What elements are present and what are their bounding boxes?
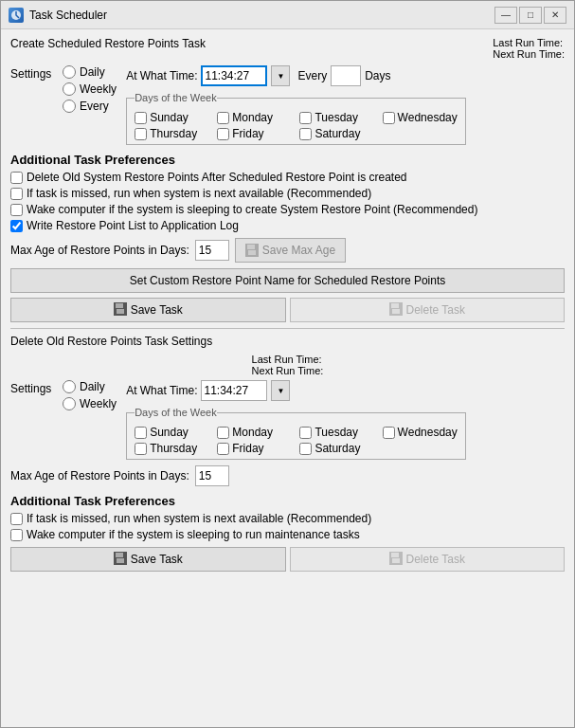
pref2-2-text: Wake computer if the system is sleeping … (27, 528, 360, 541)
day-tuesday-cb-1[interactable] (299, 112, 312, 124)
day-wednesday-cb-2[interactable] (383, 427, 395, 439)
pref1-1-cb[interactable] (10, 172, 23, 184)
radio-every-1: Every (63, 100, 117, 113)
pref3-1: Wake computer if the system is sleeping … (10, 203, 565, 216)
radio-daily-label-1: Daily (80, 65, 105, 79)
every-input-1[interactable] (331, 65, 361, 86)
section1-header: Create Scheduled Restore Points Task (10, 37, 206, 50)
radio-daily-label-2: Daily (80, 380, 105, 393)
days-legend-2: Days of the Week (135, 407, 217, 418)
settings-label-1: Settings (10, 67, 63, 81)
day-monday-1: Monday (217, 111, 292, 124)
day-wednesday-cb-1[interactable] (383, 112, 395, 124)
radio-daily-input-1[interactable] (63, 65, 76, 79)
app-icon (9, 8, 24, 23)
additional-prefs-2: Additional Task Preferences If task is m… (10, 494, 565, 541)
max-age-row-2: Max Age of Restore Points in Days: (10, 465, 565, 486)
time-input-1[interactable]: 11:34:27 (201, 65, 267, 86)
save-delete-row-2: Save Task Delete Task (10, 547, 565, 572)
day-friday-cb-2[interactable] (217, 443, 229, 455)
radio-daily-2: Daily (63, 380, 117, 393)
day-friday-2: Friday (217, 442, 292, 455)
floppy-disabled-icon-del-1 (389, 302, 403, 318)
close-button[interactable]: ✕ (544, 7, 566, 24)
at-what-time-label-2: At What Time: (126, 384, 197, 397)
pref2-1-text: If task is missed, run when system is ne… (27, 187, 371, 200)
pref1-2-cb[interactable] (10, 513, 23, 525)
custom-restore-btn[interactable]: Set Custom Restore Point Name for Schedu… (10, 268, 565, 293)
save-delete-row-1: Save Task Delete Task (10, 298, 565, 322)
delete-task-btn-1: Delete Task (290, 298, 566, 322)
radio-daily-input-2[interactable] (63, 380, 76, 393)
svg-rect-2 (247, 245, 255, 249)
day-sunday-1: Sunday (135, 111, 209, 124)
window-controls: — □ ✕ (494, 7, 566, 24)
save-max-age-btn-1[interactable]: Save Max Age (235, 238, 346, 263)
additional-prefs-header-2: Additional Task Preferences (10, 494, 565, 508)
maximize-button[interactable]: □ (519, 7, 542, 24)
pref3-1-text: Wake computer if the system is sleeping … (27, 203, 477, 216)
radio-weekly-label-1: Weekly (80, 82, 117, 96)
days-label-1: Days (365, 69, 390, 82)
day-tuesday-cb-2[interactable] (299, 427, 312, 439)
radio-weekly-label-2: Weekly (80, 397, 117, 410)
minimize-button[interactable]: — (494, 7, 517, 24)
svg-rect-9 (392, 309, 400, 314)
day-saturday-cb-1[interactable] (299, 128, 312, 140)
run-times-1: Last Run Time: Next Run Time: (493, 37, 565, 60)
pref4-1-cb[interactable] (10, 220, 23, 232)
svg-rect-12 (117, 558, 124, 563)
day-monday-cb-2[interactable] (217, 427, 229, 439)
floppy-disabled-icon-1 (245, 244, 259, 257)
additional-prefs-header-1: Additional Task Preferences (10, 153, 565, 167)
time-config-1: At What Time: 11:34:27 ▼ Every Days Days… (126, 65, 466, 145)
day-saturday-cb-2[interactable] (299, 443, 312, 455)
day-sunday-cb-2[interactable] (135, 427, 147, 439)
main-window: Task Scheduler — □ ✕ Create Scheduled Re… (0, 0, 575, 728)
pref2-2-cb[interactable] (10, 529, 23, 541)
max-age-input-1[interactable] (195, 240, 229, 261)
radio-weekly-input-2[interactable] (63, 397, 76, 410)
run-times-2: Last Run Time: Next Run Time: (10, 354, 565, 376)
days-grid-1: Sunday Monday Tuesday Wednesday (135, 111, 458, 140)
radio-weekly-input-1[interactable] (63, 82, 76, 96)
day-thursday-cb-2[interactable] (135, 443, 147, 455)
max-age-label-2: Max Age of Restore Points in Days: (10, 469, 189, 482)
day-friday-cb-1[interactable] (217, 128, 229, 140)
svg-rect-14 (391, 553, 399, 557)
save-task-btn-1[interactable]: Save Task (10, 298, 286, 322)
day-sunday-cb-1[interactable] (135, 112, 147, 124)
radio-daily-1: Daily (63, 65, 117, 79)
pref1-1-text: Delete Old System Restore Points After S… (27, 171, 407, 184)
day-wednesday-1: Wednesday (383, 111, 458, 124)
pref3-1-cb[interactable] (10, 204, 23, 216)
pref2-1-cb[interactable] (10, 188, 23, 200)
day-thursday-1: Thursday (135, 127, 209, 140)
pref4-1: Write Restore Point List to Application … (10, 219, 565, 232)
time-dropdown-btn-2[interactable]: ▼ (271, 380, 290, 401)
radio-every-label-1: Every (80, 100, 109, 113)
pref1-2-text: If task is missed, run when system is ne… (27, 512, 371, 525)
radio-every-input-1[interactable] (63, 100, 76, 113)
last-run-label-2: Last Run Time: (252, 354, 324, 365)
at-what-time-row-1: At What Time: 11:34:27 ▼ Every Days (126, 65, 466, 86)
day-wednesday-2: Wednesday (383, 426, 458, 439)
at-what-time-label-1: At What Time: (126, 69, 197, 82)
day-thursday-2: Thursday (135, 442, 209, 455)
save-task-btn-2[interactable]: Save Task (10, 547, 286, 572)
pref4-1-text: Write Restore Point List to Application … (27, 219, 239, 232)
radio-weekly-2: Weekly (63, 397, 117, 410)
day-tuesday-1: Tuesday (299, 111, 374, 124)
time-dropdown-btn-1[interactable]: ▼ (271, 65, 290, 86)
additional-prefs-1: Additional Task Preferences Delete Old S… (10, 153, 565, 232)
day-sunday-2: Sunday (135, 426, 209, 439)
day-thursday-cb-1[interactable] (135, 128, 147, 140)
next-run-label-1: Next Run Time: (493, 48, 565, 60)
day-monday-cb-1[interactable] (217, 112, 229, 124)
svg-rect-6 (117, 309, 124, 314)
pref2-1: If task is missed, run when system is ne… (10, 187, 565, 200)
last-run-label-1: Last Run Time: (493, 37, 565, 48)
time-input-2[interactable] (201, 380, 267, 401)
pref1-1: Delete Old System Restore Points After S… (10, 171, 565, 184)
max-age-input-2[interactable] (195, 465, 229, 486)
